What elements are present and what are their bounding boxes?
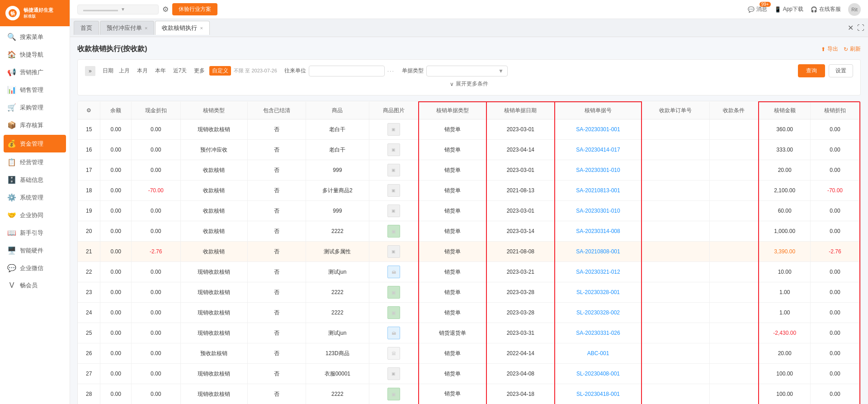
user-avatar[interactable]: Rit: [848, 3, 861, 16]
th-writeoff_type: 核销类型: [180, 102, 248, 119]
message-icon: 💬: [748, 6, 755, 13]
filter-expand-button[interactable]: »: [85, 66, 95, 76]
date-7days[interactable]: 近7天: [170, 66, 190, 76]
message-count-badge: 99+: [760, 2, 771, 7]
bill-no-link[interactable]: SA-20230414-017: [576, 147, 620, 153]
sidebar-icon-hardware: 🖥️: [7, 246, 16, 255]
export-button[interactable]: ⬆ 导出: [821, 45, 838, 53]
tab-prepaid[interactable]: 预付冲应付单×: [100, 21, 154, 35]
th-product: 商品: [306, 102, 369, 119]
date-range-info: 不限 至 2023-07-26: [234, 67, 277, 74]
th-receipt_condition: 收款条件: [709, 102, 759, 119]
setting-button[interactable]: 设置: [829, 64, 853, 77]
product-image: 🏛: [387, 347, 400, 360]
sidebar-icon-system: ⚙️: [7, 193, 16, 202]
sidebar-icon-guide: 📖: [7, 228, 16, 237]
tab-label-home: 首页: [80, 24, 92, 32]
table-header-row: ⚙余额现金折扣核销类型包含已结清商品商品图片核销单据类型核销单据日期核销单据号收…: [78, 102, 860, 119]
sidebar-logo: 畅 畅捷通好生意 标准版: [0, 0, 70, 26]
dropdown-arrow-icon: ▼: [121, 7, 125, 12]
bill-no-link[interactable]: SL-20230328-002: [576, 309, 620, 316]
sidebar-item-system[interactable]: ⚙️系统管理: [0, 189, 70, 206]
bill-no-link[interactable]: SA-20230331-026: [576, 330, 620, 336]
bill-no-link[interactable]: SL-20230408-001: [576, 371, 620, 377]
tab-label-prepaid: 预付冲应付单: [107, 24, 142, 32]
sidebar-item-base[interactable]: 🗄️基础信息: [0, 171, 70, 189]
product-image: ▣: [387, 204, 400, 217]
tab-label-writeoff: 收款核销执行: [162, 24, 197, 32]
topbar: ▬▬▬▬▬▬▬ ▼ ⚙ 休验行业方案 💬 消息 99+ 📱 App下载 🎧 在线…: [70, 0, 868, 19]
sidebar-nav: 🔍搜索菜单🏠快捷导航📢营销推广📊销售管理🛒采购管理📦库存核算💰资金管理📋经营管理…: [0, 26, 70, 404]
sidebar-item-marketing[interactable]: 📢营销推广: [0, 63, 70, 81]
dots-separator: ···: [387, 68, 395, 74]
topbar-search-box[interactable]: ▬▬▬▬▬▬▬ ▼: [77, 5, 159, 14]
sidebar-icon-base: 🗄️: [7, 176, 16, 184]
sidebar-item-wechat[interactable]: 💬企业微信: [0, 259, 70, 277]
bill-no-link[interactable]: SL-20230328-001: [576, 289, 620, 295]
solution-button[interactable]: 休验行业方案: [172, 3, 217, 15]
th-bill_date: 核销单据日期: [486, 102, 554, 119]
bill-no-link[interactable]: SA-20210808-001: [576, 248, 620, 255]
maximize-button[interactable]: ⛶: [857, 24, 864, 32]
table-row: 200.000.00收款核销否2222▣销货单2023-03-14SA-2023…: [78, 221, 860, 242]
tab-writeoff[interactable]: 收款核销执行×: [155, 21, 209, 35]
date-this-month[interactable]: 本月: [134, 66, 151, 76]
sidebar-item-purchase[interactable]: 🛒采购管理: [0, 99, 70, 116]
table-row: 220.000.00现销收款核销否测试jun🏔销货单2023-03-21SA-2…: [78, 262, 860, 282]
bill-no-link[interactable]: SA-20230301-010: [576, 208, 620, 214]
content-area: 收款核销执行(按收款) ⬆ 导出 ↻ 刷新 » 日期: [70, 37, 868, 404]
logo-name: 畅捷通好生意: [24, 7, 53, 13]
query-button[interactable]: 查询: [798, 64, 825, 77]
expand-more-button[interactable]: ∨ 展开更多条件: [85, 77, 853, 90]
sidebar-item-inventory[interactable]: 📦库存核算: [0, 116, 70, 134]
sidebar-item-sales[interactable]: 📊销售管理: [0, 81, 70, 99]
app-icon: 📱: [774, 6, 781, 13]
bill-no-link[interactable]: SA-20230314-008: [576, 228, 620, 234]
sidebar-label-purchase: 采购管理: [20, 104, 43, 112]
date-more[interactable]: 更多: [191, 66, 208, 76]
date-filter-label: 日期: [103, 67, 113, 75]
th-product_img: 商品图片: [369, 102, 418, 119]
sidebar-item-search[interactable]: 🔍搜索菜单: [0, 28, 70, 46]
bill-no-link[interactable]: SA-20210813-001: [576, 187, 620, 194]
sidebar-item-hardware[interactable]: 🖥️智能硬件: [0, 242, 70, 259]
sidebar-label-quicknav: 快捷导航: [20, 51, 43, 59]
message-button[interactable]: 💬 消息 99+: [748, 5, 767, 13]
counterpart-label: 往来单位: [284, 67, 306, 75]
app-download-button[interactable]: 📱 App下载: [774, 5, 803, 13]
bill-no-link[interactable]: SA-20230301-001: [576, 126, 620, 133]
table-row: 160.000.00预付冲应收否老白干▣销货单2023-04-14SA-2023…: [78, 140, 860, 160]
service-icon: 🎧: [811, 6, 817, 13]
date-custom[interactable]: 自定义: [209, 66, 231, 76]
tabbar: 首页预付冲应付单×收款核销执行× ✕ ⛶: [70, 19, 868, 37]
sidebar-item-vip[interactable]: V畅会员: [0, 277, 70, 294]
bill-no-link[interactable]: SA-20230301-010: [576, 167, 620, 173]
sidebar-label-sales: 销售管理: [20, 86, 43, 94]
date-this-year[interactable]: 本年: [152, 66, 169, 76]
sidebar-icon-vip: V: [7, 281, 16, 290]
page-title: 收款核销执行(按收款): [77, 44, 147, 54]
sidebar-item-business[interactable]: 📋经营管理: [0, 153, 70, 171]
bill-no-link[interactable]: SL-20230418-001: [576, 391, 620, 397]
tab-close-prepaid[interactable]: ×: [145, 25, 147, 31]
topbar-gear-icon[interactable]: ⚙: [162, 5, 169, 14]
sidebar-item-guide[interactable]: 📖新手引导: [0, 224, 70, 242]
sidebar-item-finance[interactable]: 💰资金管理: [4, 135, 66, 152]
refresh-button[interactable]: ↻ 刷新: [844, 45, 861, 53]
close-tab-button[interactable]: ✕: [848, 24, 854, 32]
bill-type-select[interactable]: ▼: [426, 66, 508, 76]
bill-no-link[interactable]: SA-20230321-012: [576, 269, 620, 275]
th-writeoff_discount: 核销折扣: [810, 102, 860, 119]
tab-home[interactable]: 首页: [74, 21, 99, 35]
tab-close-writeoff[interactable]: ×: [200, 25, 203, 31]
counterpart-input[interactable]: [309, 66, 385, 76]
sidebar-item-quicknav[interactable]: 🏠快捷导航: [0, 46, 70, 63]
data-table-container: ⚙余额现金折扣核销类型包含已结清商品商品图片核销单据类型核销单据日期核销单据号收…: [77, 101, 861, 404]
online-service-button[interactable]: 🎧 在线客服: [811, 5, 841, 13]
sidebar-label-marketing: 营销推广: [20, 68, 43, 76]
sidebar-item-enterprise[interactable]: 🤝企业协同: [0, 206, 70, 224]
svg-text:畅: 畅: [10, 11, 15, 16]
bill-no-link[interactable]: ABC-001: [587, 350, 609, 356]
date-last-month[interactable]: 上月: [116, 66, 132, 76]
table-body: 150.000.00现销收款核销否老白干▣销货单2023-03-01SA-202…: [78, 119, 860, 404]
